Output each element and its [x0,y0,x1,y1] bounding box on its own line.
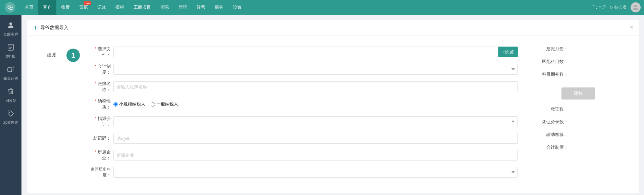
ledger-input[interactable] [113,81,518,92]
info-month-label: 建账月份： [538,46,568,52]
nav-services[interactable]: 服务 [210,0,228,15]
info-match-row: 匹配科目数： [538,59,618,65]
sidebar-item-tags[interactable]: 标签设置 [0,107,21,129]
nav-tickets[interactable]: 票据 new [75,0,93,15]
svg-point-2 [9,22,12,25]
info-month-row: 建账月份： [538,46,618,52]
step-badge: 1 [66,49,80,62]
report-icon [7,44,14,53]
info-aux-row: 辅助核算： [538,132,618,138]
nav-items: 首页 客户 收费 票据 new 记账 报税 工商项目 消息 管理 经营 服务 设… [20,0,593,15]
info-entries-row: 凭证分录数： [538,119,618,125]
sidebar-item-recycle[interactable]: 回收站 [0,84,21,107]
history-select[interactable] [113,167,518,178]
info-aux-label: 辅助核算： [538,132,568,138]
svg-point-1 [634,5,637,7]
avatar[interactable] [631,2,641,12]
recycle-icon [7,88,14,97]
accounting-row: 会计制度： [87,63,518,75]
svg-rect-7 [8,68,12,72]
file-row: 选择文件： +浏览 [87,46,518,58]
tax-small-option[interactable]: 小规模纳税人 [113,101,145,107]
nav-management[interactable]: 管理 [174,0,192,15]
tax-general-option[interactable]: 一般纳税人 [151,101,178,107]
file-input[interactable] [113,47,498,57]
sidebar-item-migrate[interactable]: 账套迁移 [0,62,21,84]
info-period-label: 科目期初数： [538,71,568,77]
history-row: 参照历史年度： [87,167,518,178]
nav-tax[interactable]: 报税 [111,0,129,15]
app-logo [3,1,17,14]
member-icon: ▷ [610,5,613,10]
ledger-row: 账簿名称： [87,81,518,93]
info-voucher-label: 凭证数： [538,106,568,112]
tax-small-radio[interactable] [113,102,118,107]
accounting-label: 会计制度： [87,63,113,75]
step-section: 建账 1 选择文件： +浏览 会计制度： [47,46,518,183]
nav-messages[interactable]: 消息 [156,0,174,15]
accountant-row: 指派会计： [87,116,518,128]
nav-home[interactable]: 首页 [20,0,38,15]
panel-title: 导爷数据导入 [40,25,68,31]
nav-bookkeeping[interactable]: 记账 [93,0,111,15]
info-accounting-label: 会计制度： [538,144,568,150]
accountant-label: 指派会计： [87,116,113,128]
nav-fees[interactable]: 收费 [56,0,75,15]
nav-business[interactable]: 工商项目 [129,0,156,15]
new-badge: new [84,1,91,5]
info-period-row: 科目期初数： [538,71,618,77]
file-label: 选择文件： [87,46,113,58]
company-row: 所属企业： [87,149,518,161]
info-match-label: 匹配科目数： [538,59,568,65]
import-panel: ⬆ 导爷数据导入 × 建账 1 选择文件： +浏览 [27,20,639,193]
fullscreen-btn[interactable]: ⛶ 全屏 [593,5,606,10]
tax-general-radio[interactable] [151,102,155,107]
member-btn[interactable]: ▷ 畅会员 [610,5,627,10]
panel-body: 建账 1 选择文件： +浏览 会计制度： [27,36,639,193]
assist-label: 助记码： [87,135,113,141]
import-icon: ⬆ [34,25,38,30]
history-label: 参照历史年度： [87,167,113,178]
nav-right: ⛶ 全屏 ▷ 畅会员 [593,2,641,12]
info-voucher-row: 凭证数： [538,106,618,112]
browse-button[interactable]: +浏览 [498,47,518,57]
nav-operations[interactable]: 经营 [192,0,210,15]
sidebar-item-all-clients[interactable]: 全部客户 [0,18,21,40]
sidebar: 全部客户 0申报 账套迁移 [0,15,21,195]
migrate-icon [7,66,14,75]
company-input[interactable] [113,150,518,160]
ledger-label: 账簿名称： [87,81,113,93]
step-label: 建账 [47,52,56,58]
tags-icon [7,110,14,119]
accountant-select[interactable] [113,116,518,127]
nav-settings[interactable]: 设置 [228,0,246,15]
svg-point-10 [9,112,10,113]
clients-icon [7,21,14,30]
close-button[interactable]: × [630,24,633,30]
panel-header: ⬆ 导爷数据导入 [27,20,639,36]
info-section: 建账月份： 匹配科目数： 科目期初数： 建账 [538,46,618,183]
nav-clients[interactable]: 客户 [38,0,56,15]
tax-row: 纳税性质： 小规模纳税人 一般纳税人 [87,98,518,110]
company-label: 所属企业： [87,149,113,161]
app-layout: 全部客户 0申报 账套迁移 [0,15,644,195]
info-entries-label: 凭证分录数： [538,119,568,125]
top-nav: 首页 客户 收费 票据 new 记账 报税 工商项目 消息 管理 经营 服务 设… [0,0,644,15]
assist-row: 助记码： [87,133,518,144]
sidebar-item-zero-report[interactable]: 0申报 [0,40,21,62]
file-input-wrapper: +浏览 [113,47,518,57]
info-accounting-row: 会计制度： [538,144,618,150]
main-content: ⬆ 导爷数据导入 × 建账 1 选择文件： +浏览 [21,15,644,195]
accounting-select[interactable] [113,64,518,75]
form-section: 选择文件： +浏览 会计制度： [87,46,518,183]
assist-input[interactable] [113,133,518,144]
tax-label: 纳税性质： [87,98,113,110]
tax-radio-group: 小规模纳税人 一般纳税人 [113,101,518,107]
build-account-button[interactable]: 建账 [561,87,595,100]
fullscreen-icon: ⛶ [593,5,597,10]
